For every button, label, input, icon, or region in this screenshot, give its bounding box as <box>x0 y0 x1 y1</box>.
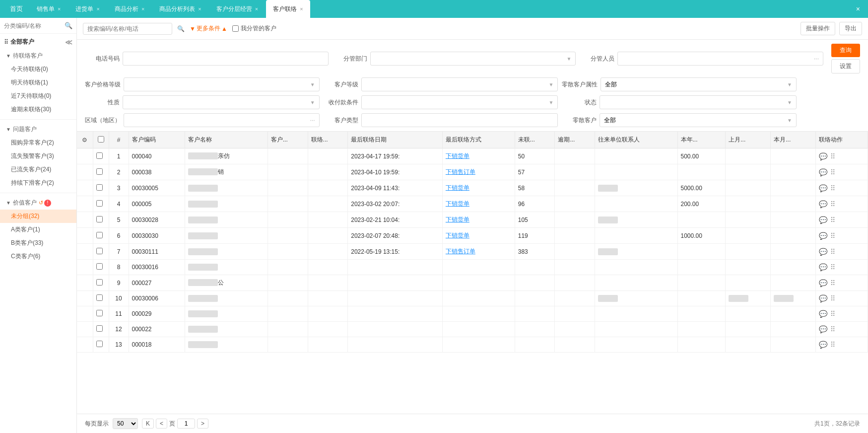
td-checkbox[interactable] <box>93 244 109 260</box>
region-select[interactable]: ··· <box>124 113 320 127</box>
customer-level-select[interactable]: ▼ <box>361 77 558 91</box>
grid-action-icon[interactable]: ⠿ <box>830 184 835 192</box>
chat-icon[interactable]: 💬 <box>819 232 827 240</box>
sidebar-all-customers[interactable]: ⠿ 全部客户 ≪ <box>0 34 76 48</box>
td-checkbox[interactable] <box>93 322 109 337</box>
close-sales-icon[interactable]: × <box>58 6 61 12</box>
filter-search-input[interactable] <box>83 23 172 35</box>
td-checkbox[interactable] <box>93 196 109 212</box>
td-last-contact-way[interactable]: 下销售订单 <box>442 244 515 260</box>
td-checkbox[interactable] <box>93 164 109 180</box>
grid-action-icon[interactable]: ⠿ <box>830 248 835 256</box>
sidebar-collapse-icon[interactable]: ≪ <box>65 38 72 46</box>
td-checkbox[interactable] <box>93 148 109 164</box>
grid-action-icon[interactable]: ⠿ <box>830 168 835 176</box>
sidebar-search-icon[interactable]: 🔍 <box>65 22 72 29</box>
per-page-select[interactable]: 50 20 100 <box>113 418 138 429</box>
th-not-contact[interactable]: 未联... <box>515 132 555 148</box>
th-last-contact-way[interactable]: 最后联络方式 <box>442 132 515 148</box>
th-name[interactable]: 客户名称 <box>185 132 267 148</box>
row-checkbox[interactable] <box>96 200 103 207</box>
td-checkbox[interactable] <box>93 306 109 322</box>
row-checkbox[interactable] <box>96 168 103 175</box>
close-all-tabs-button[interactable]: × <box>852 5 864 13</box>
td-checkbox[interactable] <box>93 291 109 306</box>
row-checkbox[interactable] <box>96 325 103 332</box>
last-contact-way-link[interactable]: 下销售订单 <box>446 168 475 175</box>
last-contact-way-link[interactable]: 下销货单 <box>446 216 469 223</box>
chat-icon[interactable]: 💬 <box>819 248 827 256</box>
chat-icon[interactable]: 💬 <box>819 152 827 160</box>
th-this-month[interactable]: 本月... <box>771 132 816 148</box>
sidebar-item-class-b[interactable]: B类客户(33) <box>0 236 76 250</box>
td-checkbox[interactable] <box>93 228 109 244</box>
close-customer-tier-icon[interactable]: × <box>255 6 258 12</box>
th-contact-person[interactable]: 往来单位联系人 <box>595 132 677 148</box>
chat-icon[interactable]: 💬 <box>819 168 827 176</box>
td-last-contact-way[interactable]: 下销货单 <box>442 180 515 196</box>
th-contact[interactable]: 联络... <box>308 132 348 148</box>
td-checkbox[interactable] <box>93 275 109 291</box>
grid-action-icon[interactable]: ⠿ <box>830 216 835 224</box>
sidebar-item-today-pending[interactable]: 今天待联络(0) <box>0 63 76 76</box>
sidebar-item-unclassified[interactable]: 未分组(32) <box>0 210 76 223</box>
grid-action-icon[interactable]: ⠿ <box>830 200 835 208</box>
chat-icon[interactable]: 💬 <box>819 216 827 224</box>
td-last-contact-way[interactable]: 下销货单 <box>442 212 515 228</box>
reset-button[interactable]: 设置 <box>831 59 860 73</box>
chat-icon[interactable]: 💬 <box>819 325 827 333</box>
sidebar-item-churned[interactable]: 已流失客户(24) <box>0 163 76 176</box>
grid-action-icon[interactable]: ⠿ <box>830 152 835 160</box>
row-checkbox[interactable] <box>96 310 103 316</box>
td-checkbox[interactable] <box>93 260 109 275</box>
sidebar-item-week-pending[interactable]: 近7天待联络(0) <box>0 89 76 103</box>
row-checkbox[interactable] <box>96 263 103 270</box>
nature-select[interactable]: ▼ <box>123 95 320 109</box>
value-refresh-icon[interactable]: ↺ <box>39 200 43 206</box>
td-last-contact-way[interactable] <box>442 260 515 275</box>
td-last-contact-way[interactable] <box>442 337 515 353</box>
page-input[interactable] <box>177 419 195 429</box>
last-contact-way-link[interactable]: 下销售订单 <box>446 248 475 255</box>
td-last-contact-way[interactable] <box>442 291 515 306</box>
chat-icon[interactable]: 💬 <box>819 200 827 208</box>
phone-input[interactable] <box>123 52 329 66</box>
row-checkbox[interactable] <box>96 152 103 159</box>
grid-action-icon[interactable]: ⠿ <box>830 232 835 240</box>
th-type[interactable]: 客户... <box>267 132 308 148</box>
query-button[interactable]: 查询 <box>831 44 860 57</box>
chat-icon[interactable]: 💬 <box>819 294 827 302</box>
sidebar-item-declining[interactable]: 持续下滑客户(2) <box>0 176 76 190</box>
chat-icon[interactable]: 💬 <box>819 310 827 318</box>
dept-select[interactable]: ▼ <box>370 52 576 66</box>
status-select[interactable]: ▼ <box>600 95 797 109</box>
prev-page-button[interactable]: < <box>156 419 167 429</box>
chat-icon[interactable]: 💬 <box>819 341 827 349</box>
row-checkbox[interactable] <box>96 279 103 286</box>
th-checkbox[interactable] <box>93 132 109 148</box>
sidebar-item-class-c[interactable]: C类客户(6) <box>0 250 76 263</box>
sidebar-item-tomorrow-pending[interactable]: 明天待联络(1) <box>0 76 76 89</box>
customer-type-select[interactable] <box>361 113 558 127</box>
close-product-analysis-list-icon[interactable]: × <box>198 6 201 12</box>
th-last-contact-date[interactable]: 最后联络日期 <box>348 132 443 148</box>
my-customers-checkbox[interactable] <box>232 25 239 32</box>
td-last-contact-way[interactable] <box>442 322 515 337</box>
close-product-analysis-icon[interactable]: × <box>141 6 144 12</box>
td-checkbox[interactable] <box>93 180 109 196</box>
sidebar-item-abnormal[interactable]: 囤购异常客户(2) <box>0 136 76 149</box>
sidebar-item-class-a[interactable]: A类客户(1) <box>0 223 76 236</box>
grid-action-icon[interactable]: ⠿ <box>830 263 835 271</box>
th-action[interactable]: 联络动作 <box>816 132 868 148</box>
td-checkbox[interactable] <box>93 337 109 353</box>
row-checkbox[interactable] <box>96 232 103 238</box>
grid-action-icon[interactable]: ⠿ <box>830 325 835 333</box>
th-last-month[interactable]: 上月... <box>726 132 771 148</box>
grid-action-icon[interactable]: ⠿ <box>830 294 835 302</box>
retail-attr-select[interactable]: 全部▼ <box>601 77 797 91</box>
row-checkbox[interactable] <box>96 341 103 347</box>
th-overdue[interactable]: 逾期... <box>555 132 595 148</box>
my-customers-checkbox-label[interactable]: 我分管的客户 <box>232 24 276 33</box>
td-last-contact-way[interactable]: 下销货单 <box>442 148 515 164</box>
first-page-button[interactable]: K <box>142 419 154 429</box>
